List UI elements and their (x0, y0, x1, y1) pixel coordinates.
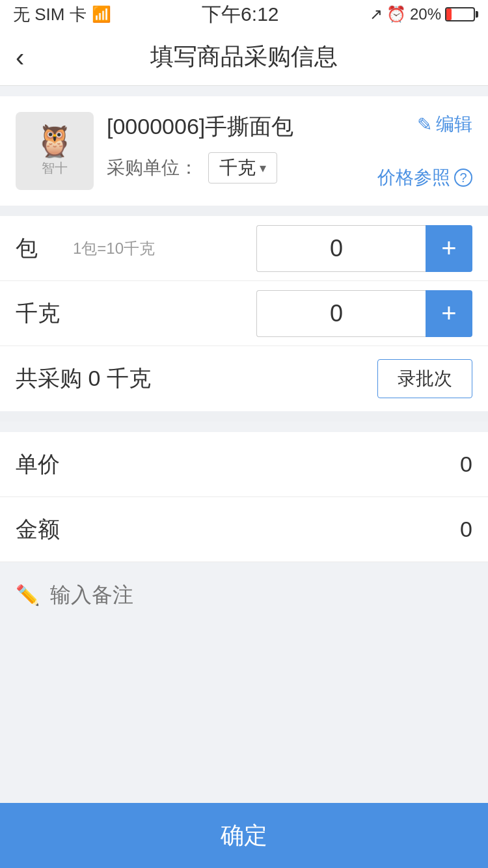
section-divider-1 (0, 206, 488, 216)
input-section: 包 1包=10千克 + 千克 + (0, 216, 488, 346)
amount-value: 0 (460, 517, 472, 542)
kilogram-qty-input[interactable] (256, 290, 426, 337)
edit-icon: ✎ (417, 114, 432, 135)
product-owl-icon: 🦉 (35, 126, 74, 157)
status-left: 无 SIM 卡 📶 (13, 3, 111, 26)
content-spacer (0, 627, 488, 803)
remark-section: ✏️ (0, 562, 488, 627)
product-thumbnail: 🦉 智十 (16, 112, 94, 190)
alarm-icon: ⏰ (386, 5, 406, 23)
unit-price-value: 0 (460, 452, 472, 477)
bao-qty-input[interactable] (256, 225, 426, 272)
no-sim-label: 无 SIM 卡 (13, 3, 87, 26)
unit-label: 采购单位： (107, 156, 198, 180)
location-icon: ↗ (370, 5, 383, 23)
bao-sub-label: 1包=10千克 (73, 238, 155, 259)
unit-price-row: 单价 0 (0, 432, 488, 497)
amount-label: 金额 (16, 515, 60, 545)
status-time: 下午6:12 (202, 1, 278, 28)
remark-input[interactable] (50, 583, 472, 607)
confirm-button[interactable]: 确定 (0, 803, 488, 868)
total-label: 共采购 0 千克 (16, 364, 151, 394)
page-title: 填写商品采购信息 (150, 41, 338, 73)
unit-select[interactable]: 千克 ▾ (208, 152, 277, 183)
edit-label: 编辑 (436, 112, 472, 137)
unit-value: 千克 (219, 156, 256, 180)
total-row: 共采购 0 千克 录批次 (0, 346, 488, 411)
pencil-icon: ✏️ (16, 584, 40, 606)
section-divider-2 (0, 411, 488, 422)
kilogram-row: 千克 + (0, 281, 488, 346)
info-section: 单价 0 金额 0 (0, 432, 488, 562)
help-icon: ? (454, 169, 472, 187)
back-button[interactable]: ‹ (16, 44, 24, 70)
battery-icon (445, 7, 475, 21)
nav-bar: ‹ 填写商品采购信息 (0, 29, 488, 86)
status-right: ↗ ⏰ 20% (370, 5, 475, 23)
battery-percent: 20% (410, 5, 441, 23)
batch-button[interactable]: 录批次 (377, 359, 472, 398)
edit-button[interactable]: ✎ 编辑 (417, 112, 472, 137)
chevron-down-icon: ▾ (260, 160, 266, 176)
price-ref-button[interactable]: 价格参照 ? (377, 165, 472, 190)
kilogram-input-group: + (256, 290, 472, 337)
bao-label: 包 (16, 234, 68, 264)
price-ref-label: 价格参照 (377, 165, 450, 190)
unit-price-label: 单价 (16, 450, 60, 480)
bao-plus-button[interactable]: + (426, 225, 472, 272)
kilogram-plus-button[interactable]: + (426, 290, 472, 337)
wifi-icon: 📶 (92, 5, 111, 23)
bao-input-group: + (256, 225, 472, 272)
bao-row: 包 1包=10千克 + (0, 216, 488, 281)
amount-row: 金额 0 (0, 497, 488, 562)
product-card: 🦉 智十 [0000006]手撕面包 采购单位： 千克 ▾ ✎ 编辑 价格参照 … (0, 96, 488, 206)
status-bar: 无 SIM 卡 📶 下午6:12 ↗ ⏰ 20% (0, 0, 488, 29)
product-thumb-label: 智十 (42, 159, 68, 177)
kilogram-label: 千克 (16, 299, 68, 329)
